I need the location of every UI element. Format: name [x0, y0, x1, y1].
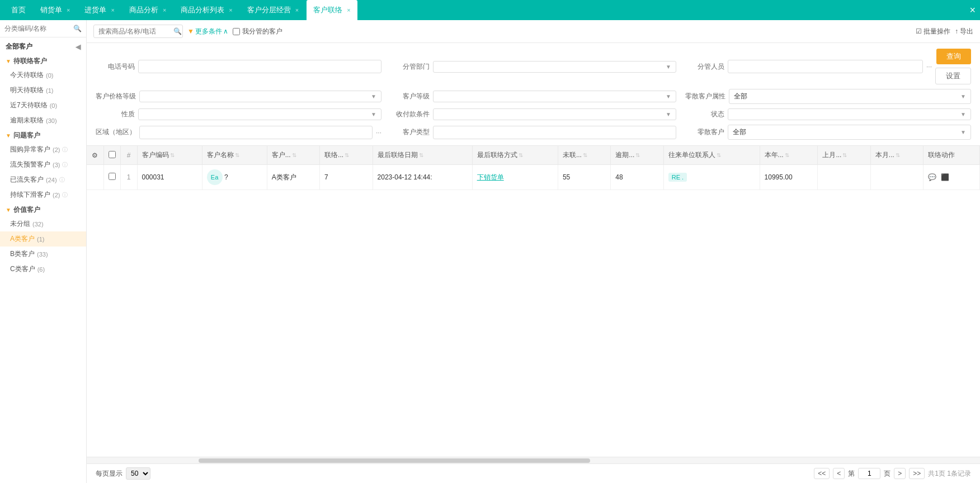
info-icon: ⓘ — [62, 161, 68, 169]
nav-item-商品分析[interactable]: 商品分析× — [123, 0, 173, 20]
search-input[interactable] — [98, 27, 171, 35]
filter-bar-actions: ☑ 批量操作 ↑ 导出 — [916, 27, 973, 36]
region-input[interactable] — [139, 126, 373, 139]
scatter-select[interactable]: 全部 ▼ — [728, 125, 971, 140]
qr-icon[interactable]: ⬛ — [941, 173, 949, 181]
manager-input[interactable] — [728, 60, 923, 73]
nav-item-进货单[interactable]: 进货单× — [78, 0, 121, 20]
prev-page-button[interactable]: < — [833, 468, 845, 479]
sidebar-group-label-2[interactable]: ▼价值客户 — [0, 202, 86, 216]
row-checkbox[interactable] — [109, 173, 116, 180]
sidebar-item-0-1[interactable]: 明天待联络(1) — [0, 83, 86, 98]
nature-select[interactable]: ▼ — [138, 108, 381, 120]
header-settings[interactable]: ⚙ — [87, 146, 103, 165]
nav-item-商品分析列表[interactable]: 商品分析列表× — [174, 0, 239, 20]
header-overdue[interactable]: 逾期...⇅ — [611, 146, 663, 165]
price-level-select[interactable]: ▼ — [139, 91, 381, 102]
page-size-select[interactable]: 50 — [126, 467, 150, 480]
sidebar-item-0-0[interactable]: 今天待联络(0) — [0, 68, 86, 83]
sidebar-item-2-1[interactable]: A类客户(1) — [0, 231, 86, 247]
my-customers-check[interactable] — [233, 28, 240, 35]
header-unit-contact[interactable]: 往来单位联系人⇅ — [663, 146, 760, 165]
phone-input[interactable] — [138, 60, 381, 73]
nav-item-客户分层经营[interactable]: 客户分层经营× — [241, 0, 305, 20]
scatter-attr-select[interactable]: 全部 ▼ — [729, 89, 971, 104]
header-customer-type[interactable]: 客户...⇅ — [267, 146, 319, 165]
more-conditions-label: 更多条件 — [195, 27, 222, 36]
sidebar-item-2-3[interactable]: C类客户(6) — [0, 262, 86, 277]
customer-level-select[interactable]: ▼ — [433, 91, 676, 102]
header-code[interactable]: 客户编码⇅ — [137, 146, 202, 165]
my-customers-checkbox[interactable]: 我分管的客户 — [233, 27, 282, 36]
search-input-wrapper[interactable]: 🔍 — [93, 25, 183, 38]
page-number-input[interactable] — [858, 468, 880, 479]
dept-select[interactable]: ▼ — [433, 61, 676, 73]
bottom-bar: 每页显示 50 << < 第 页 > >> 共1页 1条记录 — [87, 463, 980, 483]
pagination: << < 第 页 > >> 共1页 1条记录 — [814, 468, 971, 479]
sidebar-item-0-2[interactable]: 近7天待联络(0) — [0, 98, 86, 113]
sidebar-item-1-2[interactable]: 已流失客户(24)ⓘ — [0, 172, 86, 187]
sidebar-item-1-3[interactable]: 持续下滑客户(2)ⓘ — [0, 187, 86, 202]
header-no-contact[interactable]: 未联...⇅ — [558, 146, 610, 165]
manager-more-button[interactable]: ··· — [926, 63, 932, 70]
category-search-input[interactable] — [4, 25, 71, 32]
sidebar-item-2-0[interactable]: 未分组(32) — [0, 216, 86, 231]
all-customers-header[interactable]: 全部客户 ◀ — [0, 37, 86, 54]
select-all-checkbox[interactable] — [109, 151, 116, 158]
sidebar-item-1-1[interactable]: 流失预警客户(3)ⓘ — [0, 157, 86, 172]
query-actions: 查询 设置 — [935, 49, 971, 84]
sidebar-group-2: ▼价值客户未分组(32)A类客户(1)B类客户(33)C类客户(6) — [0, 202, 86, 277]
payment-select[interactable]: ▼ — [433, 108, 676, 120]
dept-arrow: ▼ — [666, 64, 671, 70]
sidebar-item-label: C类客户 — [10, 264, 35, 274]
sidebar-item-2-2[interactable]: B类客户(33) — [0, 247, 86, 262]
header-current-month[interactable]: 本月...⇅ — [870, 146, 923, 165]
nav-item-客户联络[interactable]: 客户联络× — [307, 0, 357, 20]
nav-close-icon[interactable]: × — [111, 7, 114, 13]
more-conditions-button[interactable]: ▼ 更多条件 ∧ — [187, 27, 228, 36]
nav-close-icon[interactable]: × — [67, 7, 70, 13]
sidebar-item-1-0[interactable]: 囤购异常客户(2)ⓘ — [0, 142, 86, 157]
header-year[interactable]: 本年...⇅ — [760, 146, 818, 165]
row-last-method[interactable]: 下销货单 — [472, 165, 558, 190]
sidebar-group-label-1[interactable]: ▼问题客户 — [0, 128, 86, 142]
settings-button[interactable]: 设置 — [935, 68, 971, 84]
chat-icon[interactable]: 💬 — [928, 173, 936, 181]
nav-close-icon[interactable]: × — [229, 7, 232, 13]
next-page-button[interactable]: > — [894, 468, 906, 479]
nav-close-icon[interactable]: × — [163, 7, 166, 13]
export-button[interactable]: ↑ 导出 — [955, 27, 973, 36]
header-last-month[interactable]: 上月...⇅ — [818, 146, 870, 165]
header-contact[interactable]: 联络...⇅ — [320, 146, 373, 165]
batch-operation-button[interactable]: ☑ 批量操作 — [916, 27, 950, 36]
scrollbar-thumb[interactable] — [199, 458, 590, 463]
row-overdue: 48 — [611, 165, 663, 190]
status-label: 状态 — [685, 110, 724, 119]
nav-item-首页[interactable]: 首页 — [4, 0, 32, 20]
horizontal-scrollbar[interactable] — [87, 457, 980, 463]
first-page-button[interactable]: << — [814, 468, 830, 479]
header-checkbox[interactable] — [103, 146, 120, 165]
nav-close-icon[interactable]: × — [295, 7, 299, 13]
filter-row-dept: 分管部门 ▼ — [390, 49, 676, 84]
header-name[interactable]: 客户名称⇅ — [202, 146, 267, 165]
nav-item-销货单[interactable]: 销货单× — [34, 0, 77, 20]
row-no-contact: 55 — [558, 165, 610, 190]
region-more-button[interactable]: ··· — [376, 129, 381, 136]
sidebar-search-area[interactable]: 🔍 — [0, 20, 86, 37]
header-last-method[interactable]: 最后联络方式⇅ — [472, 146, 558, 165]
close-all-button[interactable]: × — [969, 4, 976, 16]
row-customer-type: A类客户 — [267, 165, 319, 190]
sidebar-group-label-0[interactable]: ▼待联络客户 — [0, 54, 86, 68]
status-select[interactable]: ▼ — [728, 108, 971, 120]
sidebar-item-0-3[interactable]: 逾期未联络(30) — [0, 113, 86, 128]
query-button[interactable]: 查询 — [936, 49, 971, 64]
last-page-button[interactable]: >> — [909, 468, 925, 479]
customer-type-input[interactable] — [433, 126, 676, 139]
header-last-date[interactable]: 最后联络日期⇅ — [373, 146, 472, 165]
customer-level-label: 客户等级 — [390, 92, 430, 101]
row-checkbox-cell[interactable] — [103, 165, 120, 190]
contact-method-link[interactable]: 下销货单 — [477, 173, 504, 181]
collapse-icon[interactable]: ◀ — [76, 43, 81, 51]
nav-close-icon[interactable]: × — [347, 7, 350, 13]
